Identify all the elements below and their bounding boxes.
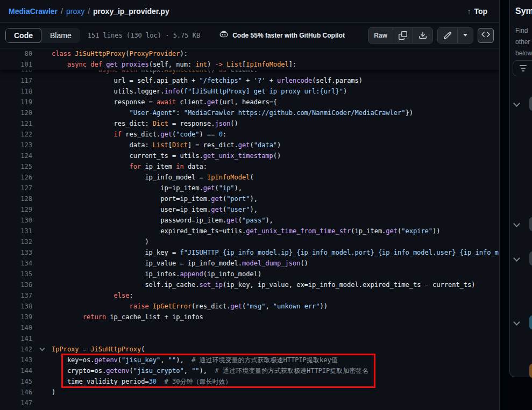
code-line: 136 self.ip_cache.set_ip(ip_key, ip_valu… [0, 279, 499, 290]
code-text: return ip_cache_list + ip_infos [52, 312, 499, 322]
line-number[interactable]: 124 [0, 150, 32, 161]
copilot-banner-text: Code 55% faster with GitHub Copilot [232, 32, 345, 39]
line-number[interactable]: 147 [0, 398, 32, 408]
line-number[interactable]: 135 [0, 269, 32, 279]
symbols-filter-button[interactable] [513, 60, 532, 76]
symbol-badge[interactable] [529, 251, 532, 265]
collapse-region-chevron[interactable] [32, 344, 52, 355]
symbol-expand-chevron-icon[interactable] [513, 255, 520, 262]
line-number[interactable]: 119 [0, 97, 32, 107]
code-view: 80class JiSuHttpProxy(ProxyProvider):101… [0, 48, 499, 410]
line-number[interactable]: 144 [0, 365, 32, 376]
copilot-banner[interactable]: Code 55% faster with GitHub Copilot [219, 30, 345, 40]
line-number[interactable]: 145 [0, 376, 32, 387]
line-number[interactable]: 132 [0, 236, 32, 247]
line-number[interactable]: 125 [0, 161, 32, 172]
line-number[interactable]: 146 [0, 387, 32, 398]
scroll-to-top-button[interactable]: ↑ Top [464, 5, 491, 18]
symbol-badge[interactable] [529, 315, 532, 329]
symbol-badge[interactable] [529, 97, 532, 111]
code-text: crypto=os.getenv("jisu_crypto", ""), # 通… [52, 365, 499, 376]
tab-code[interactable]: Code [5, 28, 41, 43]
line-number[interactable]: 101 [0, 59, 32, 70]
symbols-panel-toggle-button[interactable] [478, 28, 494, 43]
edit-button[interactable] [438, 28, 457, 43]
line-number[interactable]: 121 [0, 118, 32, 129]
line-number[interactable]: 130 [0, 215, 32, 226]
code-text: current_ts = utils.get_unix_timestamp() [52, 150, 499, 161]
code-line: 101 async def get_proxies(self, num: int… [0, 59, 499, 70]
gutter-spacer [32, 75, 52, 86]
filter-icon [520, 65, 527, 71]
line-number[interactable]: 136 [0, 279, 32, 290]
code-line: 120 "User-Agent": "MediaCrawler https://… [0, 107, 499, 118]
gutter-spacer [32, 322, 52, 333]
code-line: 144 crypto=os.getenv("jisu_crypto", ""),… [0, 365, 499, 376]
line-number[interactable]: 139 [0, 312, 32, 322]
line-number[interactable]: 129 [0, 204, 32, 215]
code-symbol-icon [481, 30, 490, 41]
line-number[interactable]: 117 [0, 75, 32, 86]
code-line: 135 ip_infos.append(ip_info_model) [0, 269, 499, 279]
line-number[interactable]: 118 [0, 86, 32, 97]
code-text: if res_dict.get("code") == 0: [52, 129, 499, 140]
breadcrumb-file-name: proxy_ip_provider.py [93, 7, 169, 16]
code-line: 131 expired_time_ts=utils.get_unix_time_… [0, 226, 499, 236]
code-text: ) [52, 387, 499, 398]
tab-blame[interactable]: Blame [41, 28, 80, 43]
line-number[interactable]: 128 [0, 193, 32, 204]
line-number[interactable]: 123 [0, 140, 32, 150]
gutter-spacer [32, 333, 52, 344]
code-line: 145 time_validity_period=30 # 30分钟（最长时效） [0, 376, 499, 387]
line-number[interactable]: 133 [0, 247, 32, 258]
gutter-spacer [32, 150, 52, 161]
gutter-spacer [32, 269, 52, 279]
copy-icon [399, 31, 407, 40]
code-text: time_validity_period=30 # 30分钟（最长时效） [52, 376, 499, 387]
breadcrumb-separator: / [61, 7, 63, 16]
gutter-spacer [32, 183, 52, 193]
code-line: 123 data: List[Dict] = res_dict.get("dat… [0, 140, 499, 150]
code-text: ip_key = f"JISUHTTP_{ip_info_model.ip}_{… [52, 247, 499, 258]
copy-button[interactable] [393, 28, 413, 43]
code-line: 117 url = self.api_path + "/fetchips" + … [0, 75, 499, 86]
code-text: url = self.api_path + "/fetchips" + '?' … [52, 75, 499, 86]
symbol-expand-chevron-icon[interactable] [513, 100, 520, 107]
line-number[interactable]: 138 [0, 301, 32, 312]
symbol-expand-chevron-icon[interactable] [513, 319, 520, 326]
code-text: user=ip_item.get("user"), [52, 204, 499, 215]
line-number[interactable]: 120 [0, 107, 32, 118]
symbol-expand-chevron-icon[interactable] [513, 220, 520, 227]
breadcrumb-folder-link[interactable]: proxy [66, 7, 84, 16]
line-number[interactable]: 143 [0, 355, 32, 365]
line-number[interactable]: 122 [0, 129, 32, 140]
code-text: port=ip_item.get("port"), [52, 193, 499, 204]
line-number[interactable]: 137 [0, 290, 32, 301]
code-line: 119 response = await client.get(url, hea… [0, 97, 499, 107]
line-number[interactable]: 127 [0, 183, 32, 193]
edit-dropdown-button[interactable] [457, 28, 473, 43]
code-text: async def get_proxies(self, num: int) ->… [52, 59, 499, 70]
raw-button[interactable]: Raw [368, 28, 393, 43]
edit-group [437, 27, 473, 44]
code-text: else: [52, 290, 499, 301]
line-number[interactable]: 140 [0, 322, 32, 333]
breadcrumb-repo-link[interactable]: MediaCrawler [9, 7, 58, 16]
line-number[interactable]: 142 [0, 344, 32, 355]
file-toolbar: Code Blame 151 lines (130 loc) · 5.75 KB… [0, 23, 499, 48]
line-number[interactable]: 126 [0, 172, 32, 183]
code-text: raise IpGetError(res_dict.get("msg", "un… [52, 301, 499, 312]
gutter-spacer [32, 118, 52, 129]
line-number[interactable]: 131 [0, 226, 32, 236]
line-number[interactable]: 80 [0, 48, 32, 59]
gutter-spacer [32, 365, 52, 376]
symbol-badge[interactable] [529, 217, 532, 231]
code-text: for ip_item in data: [52, 161, 499, 172]
code-text: IpProxy = JiSuHttpProxy( [52, 344, 499, 355]
download-button[interactable] [413, 28, 432, 43]
line-number[interactable]: 134 [0, 258, 32, 269]
symbol-badge[interactable] [529, 364, 532, 378]
gutter-spacer [32, 279, 52, 290]
sticky-context-lines: 80class JiSuHttpProxy(ProxyProvider):101… [0, 48, 499, 70]
line-number[interactable]: 141 [0, 333, 32, 344]
